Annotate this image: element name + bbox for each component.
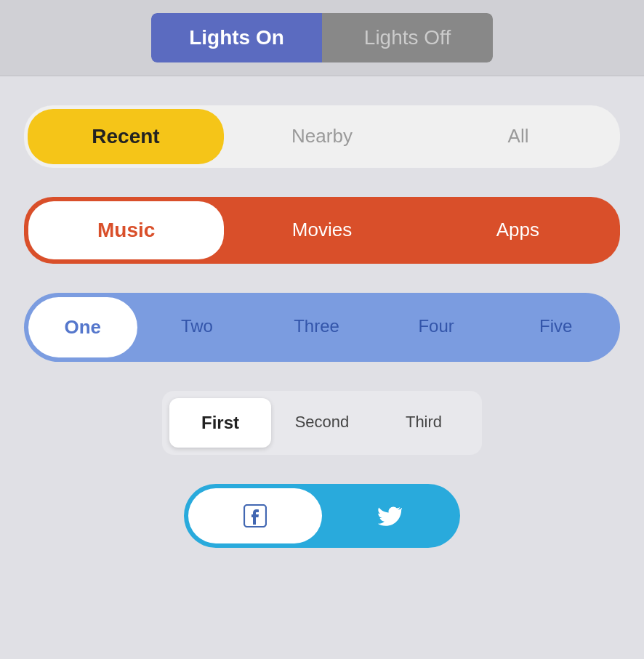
segment-group-recent: Recent Nearby All (24, 105, 620, 168)
segment-item-apps[interactable]: Apps (420, 201, 616, 259)
segment-item-first[interactable]: First (169, 398, 271, 448)
segment-group-social (184, 484, 460, 548)
lights-off-button[interactable]: Lights Off (322, 13, 493, 62)
segment-group-media: Music Movies Apps (24, 197, 620, 264)
segment-item-twitter[interactable] (322, 488, 456, 543)
segment-item-one[interactable]: One (28, 297, 137, 357)
segment-item-third[interactable]: Third (373, 398, 475, 448)
segment-item-four[interactable]: Four (377, 297, 496, 357)
segment-item-five[interactable]: Five (496, 297, 616, 357)
facebook-icon (243, 504, 267, 527)
segment-group-ordinals-wrapper: First Second Third (162, 391, 482, 455)
segment-item-all[interactable]: All (420, 109, 616, 164)
segment-item-recent[interactable]: Recent (28, 109, 224, 164)
segment-item-music[interactable]: Music (28, 201, 224, 259)
segment-item-movies[interactable]: Movies (224, 201, 419, 259)
lights-on-button[interactable]: Lights On (151, 13, 322, 62)
segment-group-numbers: One Two Three Four Five (24, 293, 620, 362)
segment-item-nearby[interactable]: Nearby (224, 109, 420, 164)
twitter-icon (376, 503, 402, 529)
main-content: Recent Nearby All Music Movies Apps One … (0, 76, 644, 570)
lights-toggle-group: Lights On Lights Off (151, 13, 493, 62)
segment-item-second[interactable]: Second (271, 398, 373, 448)
segment-item-three[interactable]: Three (257, 297, 377, 357)
segment-group-ordinals: First Second Third (169, 398, 475, 448)
segment-item-two[interactable]: Two (137, 297, 257, 357)
segment-item-facebook[interactable] (188, 488, 322, 543)
top-bar: Lights On Lights Off (0, 0, 644, 76)
